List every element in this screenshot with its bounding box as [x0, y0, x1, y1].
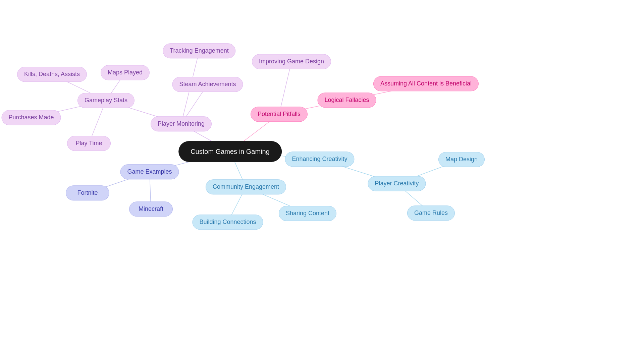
node-playTime[interactable]: Play Time: [67, 136, 111, 151]
node-minecraft[interactable]: Minecraft: [129, 201, 173, 217]
node-potentialPitfalls[interactable]: Potential Pitfalls: [251, 107, 308, 122]
node-communityEngagement[interactable]: Community Engagement: [206, 179, 286, 194]
node-fortnite[interactable]: Fortnite: [66, 185, 109, 200]
node-gameRules[interactable]: Game Rules: [407, 205, 455, 221]
node-enhancingCreativity[interactable]: Enhancing Creativity: [285, 152, 354, 167]
node-center[interactable]: Custom Games in Gaming: [178, 141, 282, 162]
node-mapsPlayed[interactable]: Maps Played: [101, 65, 150, 80]
node-gameExamples[interactable]: Game Examples: [120, 164, 179, 179]
node-playerMonitoring[interactable]: Player Monitoring: [151, 116, 212, 131]
node-killsDeaths[interactable]: Kills, Deaths, Assists: [17, 67, 87, 82]
node-purchasesMade[interactable]: Purchases Made: [1, 110, 61, 125]
node-playerCreativity[interactable]: Player Creativity: [368, 176, 426, 191]
node-buildingConnections[interactable]: Building Connections: [192, 215, 263, 230]
node-sharingContent[interactable]: Sharing Content: [279, 206, 336, 221]
node-logicalFallacies[interactable]: Logical Fallacies: [317, 93, 376, 108]
node-mapDesign[interactable]: Map Design: [438, 152, 485, 167]
node-trackingEngagement[interactable]: Tracking Engagement: [163, 43, 235, 58]
node-gameplayStats[interactable]: Gameplay Stats: [77, 93, 135, 108]
node-assumingContent[interactable]: Assuming All Content is Beneficial: [373, 76, 479, 91]
node-steamAchievements[interactable]: Steam Achievements: [172, 77, 243, 92]
mindmap-container: Custom Games in GamingPlayer MonitoringG…: [0, 0, 644, 363]
node-improvingGameDesign[interactable]: Improving Game Design: [252, 54, 331, 69]
